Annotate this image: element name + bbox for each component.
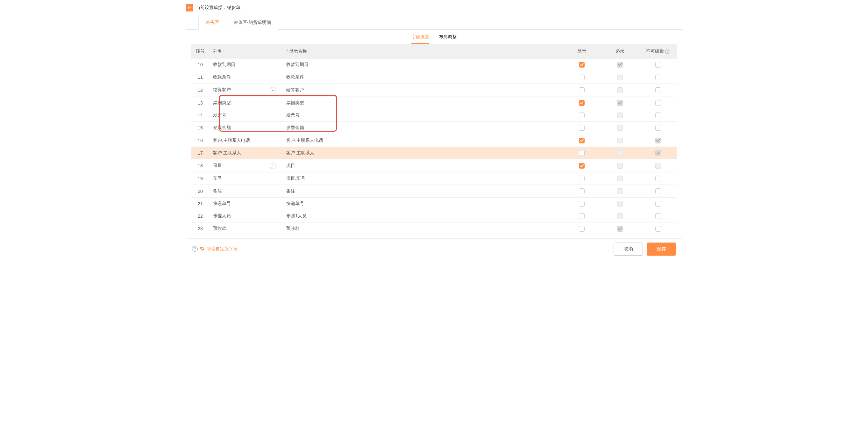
checkbox-show[interactable] xyxy=(579,226,585,232)
checkbox-required xyxy=(617,201,623,206)
checkbox-show[interactable] xyxy=(579,87,585,93)
cell-display-name[interactable]: 收款条件 xyxy=(283,71,563,84)
cell-display-name[interactable]: 发票号 xyxy=(283,109,563,121)
cell-required xyxy=(601,147,639,159)
table-body: 10收款到期日收款到期日11收款条件收款条件12结算客户+结算客户13票据类型票… xyxy=(191,59,677,235)
checkbox-show[interactable] xyxy=(579,113,585,118)
checkbox-show[interactable] xyxy=(579,213,585,219)
cell-name: 车号 xyxy=(210,172,283,185)
cell-index: 13 xyxy=(191,96,210,109)
cell-index: 22 xyxy=(191,210,210,222)
cell-display-name[interactable]: 快递单号 xyxy=(283,197,563,210)
gear-icon xyxy=(199,246,205,252)
footer: ? 管理自定义字段 取消 保存 xyxy=(186,238,682,259)
name-text: 步骤人员 xyxy=(213,213,231,218)
manage-label: 管理自定义字段 xyxy=(207,246,238,252)
cell-name: 收款到期日 xyxy=(210,59,283,71)
subtab-1[interactable]: 布局调整 xyxy=(439,34,457,44)
manage-custom-fields-link[interactable]: ? 管理自定义字段 xyxy=(192,246,238,252)
cell-name: 快递单号 xyxy=(210,197,283,210)
checkbox-show[interactable] xyxy=(579,100,585,106)
cancel-button[interactable]: 取消 xyxy=(614,242,643,256)
checkbox-locked[interactable] xyxy=(655,176,661,181)
checkbox-locked[interactable] xyxy=(655,189,661,194)
cell-display-name[interactable]: 预收款 xyxy=(283,223,563,235)
checkbox-locked[interactable] xyxy=(655,87,661,93)
cell-required xyxy=(601,172,639,185)
checkbox-locked[interactable] xyxy=(655,125,661,131)
cell-display-name[interactable]: 项目.车号 xyxy=(283,172,563,185)
subtab-0[interactable]: 字段设置 xyxy=(411,34,429,44)
cell-index: 15 xyxy=(191,122,210,134)
name-text: 发票号 xyxy=(213,113,226,118)
checkbox-locked[interactable] xyxy=(655,201,661,206)
tab-0[interactable]: 表头区 xyxy=(198,16,226,30)
header-bar: 当前设置单据：销货单 xyxy=(186,0,682,15)
checkbox-show[interactable] xyxy=(579,150,585,156)
cell-locked xyxy=(639,147,677,159)
add-sub-field-button[interactable]: + xyxy=(270,87,276,93)
cell-locked xyxy=(639,185,677,197)
table-row: 17客户.主联系人客户.主联系人 xyxy=(191,147,677,159)
checkbox-show[interactable] xyxy=(579,189,585,194)
cell-display-name[interactable]: 票据类型 xyxy=(283,96,563,109)
cell-display-name[interactable]: 发票金额 xyxy=(283,122,563,134)
help-icon[interactable]: ? xyxy=(665,49,670,54)
table-row: 21快递单号快递单号 xyxy=(191,197,677,210)
checkbox-locked[interactable] xyxy=(655,62,661,67)
cell-name: 客户.主联系人 xyxy=(210,147,283,159)
checkbox-locked xyxy=(655,163,661,169)
tab-1[interactable]: 表体区-销货单明细 xyxy=(226,16,278,30)
cell-display-name[interactable]: 备注 xyxy=(283,185,563,197)
collapse-toggle[interactable] xyxy=(186,4,193,11)
checkbox-locked[interactable] xyxy=(655,100,661,106)
name-text: 备注 xyxy=(213,189,222,194)
cell-display-name[interactable]: 步骤1人员 xyxy=(283,210,563,222)
cell-locked xyxy=(639,197,677,210)
cell-required xyxy=(601,210,639,222)
cell-display-name[interactable]: 结算客户 xyxy=(283,84,563,96)
cell-show xyxy=(563,210,601,222)
checkbox-show[interactable] xyxy=(579,201,585,206)
cell-locked xyxy=(639,134,677,147)
table-row: 20备注备注 xyxy=(191,185,677,197)
checkbox-show[interactable] xyxy=(579,163,585,169)
checkbox-locked xyxy=(655,138,661,143)
checkbox-required xyxy=(617,125,623,131)
checkbox-locked[interactable] xyxy=(655,226,661,232)
cell-show xyxy=(563,71,601,84)
table-row: 22步骤人员步骤1人员 xyxy=(191,210,677,222)
checkbox-show[interactable] xyxy=(579,138,585,143)
cell-locked xyxy=(639,172,677,185)
checkbox-show[interactable] xyxy=(579,75,585,80)
cell-required xyxy=(601,134,639,147)
cell-index: 17 xyxy=(191,147,210,159)
cell-locked xyxy=(639,223,677,235)
cell-locked xyxy=(639,160,677,172)
table-row: 13票据类型票据类型 xyxy=(191,96,677,109)
footer-buttons: 取消 保存 xyxy=(614,242,676,256)
cell-required xyxy=(601,223,639,235)
checkbox-show[interactable] xyxy=(579,62,585,67)
save-button[interactable]: 保存 xyxy=(647,242,676,256)
table-row: 15发票金额发票金额 xyxy=(191,122,677,134)
add-sub-field-button[interactable]: + xyxy=(270,163,276,169)
checkbox-locked[interactable] xyxy=(655,213,661,219)
th-display-label: 显示名称 xyxy=(289,49,307,54)
cell-required xyxy=(601,96,639,109)
cell-required xyxy=(601,185,639,197)
checkbox-locked[interactable] xyxy=(655,75,661,80)
checkbox-required xyxy=(617,176,623,181)
checkbox-show[interactable] xyxy=(579,125,585,131)
cell-display-name[interactable]: 客户.主联系人 xyxy=(283,147,563,159)
cell-display-name[interactable]: 客户.主联系人电话 xyxy=(283,134,563,147)
cell-show xyxy=(563,109,601,121)
cell-display-name[interactable]: 收款到期日 xyxy=(283,59,563,71)
checkbox-required xyxy=(617,226,623,232)
checkbox-show[interactable] xyxy=(579,176,585,181)
cell-display-name[interactable]: 项目 xyxy=(283,160,563,172)
cell-index: 16 xyxy=(191,134,210,147)
checkbox-locked[interactable] xyxy=(655,113,661,118)
th-show: 显示 xyxy=(563,44,601,59)
checkbox-required xyxy=(617,62,623,67)
